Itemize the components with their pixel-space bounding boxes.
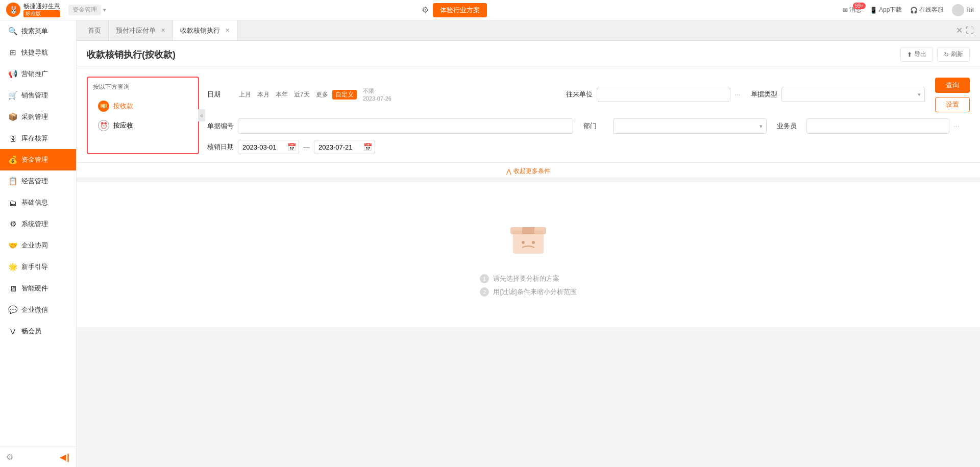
cart-icon: 🛒 xyxy=(8,91,17,100)
query-type-by-receivable[interactable]: ⏰ 按应收 xyxy=(93,116,193,135)
counterparty-input[interactable] xyxy=(597,87,730,102)
tab-receipt-verify-label: 收款核销执行 xyxy=(180,26,220,35)
sidebar-item-basic-info[interactable]: 🗂 基础信息 xyxy=(0,192,76,213)
sidebar-item-purchase[interactable]: 📦 采购管理 xyxy=(0,106,76,128)
salesperson-input[interactable] xyxy=(806,118,950,134)
sidebar-item-newbie[interactable]: 🌟 新手引导 xyxy=(0,256,76,278)
counterparty-label: 往来单位 xyxy=(566,90,593,99)
sidebar-item-enterprise[interactable]: 🤝 企业协同 xyxy=(0,235,76,256)
sidebar-item-system[interactable]: ⚙ 系统管理 xyxy=(0,213,76,235)
verify-date-cell: 核销日期 2023-03-01 📅 — 2023-07-21 📅 xyxy=(207,140,939,154)
export-btn[interactable]: ⬆ 导出 xyxy=(900,47,933,62)
date-this-year[interactable]: 本年 xyxy=(274,90,290,100)
system-icon: ⚙ xyxy=(8,219,17,229)
verify-date-start-input[interactable]: 2023-03-01 xyxy=(238,140,299,154)
refresh-btn[interactable]: ↻ 刷新 xyxy=(937,47,970,62)
collapse-more-row: ⋀ 收起更多条件 xyxy=(77,163,980,178)
salesperson-dots[interactable]: ··· xyxy=(953,122,960,130)
tab-receipt-verify[interactable]: 收款核销执行 ✕ xyxy=(173,20,237,40)
date-last-month[interactable]: 上月 xyxy=(237,90,253,100)
settings-bottom-icon[interactable]: ⚙ xyxy=(6,452,13,462)
content-area: 首页 预付冲应付单 ✕ 收款核销执行 ✕ ✕ ⛶ 收款核销执行(按收款) xyxy=(77,20,980,467)
sidebar-item-hardware[interactable]: 🖥 智能硬件 xyxy=(0,278,76,299)
sidebar-item-operation[interactable]: 📋 经营管理 xyxy=(0,170,76,192)
verify-date-label: 核销日期 xyxy=(207,142,234,152)
wechat-icon: 💬 xyxy=(8,305,17,314)
collapse-more-btn[interactable]: ⋀ 收起更多条件 xyxy=(506,167,550,176)
star-icon: 🌟 xyxy=(8,262,17,272)
message-icon: ✉ xyxy=(843,7,848,14)
folder-icon: 🗂 xyxy=(8,199,17,207)
sidebar-item-quick-nav[interactable]: ⊞ 快捷导航 xyxy=(0,42,76,63)
voucher-no-input[interactable] xyxy=(238,118,573,134)
tab-prepay-label: 预付冲应付单 xyxy=(116,26,156,35)
collapse-panel-arrow[interactable]: « xyxy=(198,109,205,121)
sidebar-item-sales[interactable]: 🛒 销售管理 xyxy=(0,85,76,106)
clipboard-icon: 📋 xyxy=(8,177,17,186)
verify-date-end-wrapper: 2023-07-21 📅 xyxy=(314,140,375,154)
date-more[interactable]: 更多 xyxy=(314,90,330,100)
date-this-month[interactable]: 本月 xyxy=(255,90,272,100)
app-name: 畅捷通好生意 xyxy=(23,3,60,10)
voucher-type-select-wrapper: ▾ xyxy=(781,87,925,102)
avatar xyxy=(952,4,964,16)
vip-icon: V xyxy=(8,327,17,336)
tab-fullscreen-icon[interactable]: ⛶ xyxy=(966,26,974,35)
voucher-no-cell: 单据编号 xyxy=(207,118,573,134)
salesperson-label: 业务员 xyxy=(777,121,802,131)
voucher-type-cell: 单据类型 ▾ xyxy=(751,87,925,102)
message-btn[interactable]: ✉ 消息 99+ xyxy=(843,6,862,14)
export-icon: ⬆ xyxy=(907,51,912,58)
verify-date-end-input[interactable]: 2023-07-21 xyxy=(314,140,375,154)
tip-num-1: 1 xyxy=(480,274,489,283)
date-separator: — xyxy=(303,143,310,151)
sidebar-collapse-btn[interactable]: ◀‖ xyxy=(60,452,70,462)
money-icon: 💰 xyxy=(8,155,17,164)
tab-prepay-close[interactable]: ✕ xyxy=(161,27,165,34)
home-tab-label: 首页 xyxy=(88,26,101,35)
tab-close-all-icon[interactable]: ✕ xyxy=(956,26,963,35)
counterparty-dots[interactable]: ··· xyxy=(734,90,741,99)
tab-home[interactable]: 首页 xyxy=(81,20,109,40)
sidebar-item-search[interactable]: 🔍 搜索菜单 xyxy=(0,20,76,42)
page-actions: ⬆ 导出 ↻ 刷新 xyxy=(900,47,970,62)
page-title-row: 收款核销执行(按收款) ⬆ 导出 ↻ 刷新 xyxy=(87,47,970,62)
filter-row-2: 单据编号 部门 ▾ 业务员 xyxy=(207,118,970,134)
grid-icon: ⊞ xyxy=(8,48,17,57)
empty-illustration xyxy=(503,213,554,264)
right-tools: ✉ 消息 99+ 📱 App下载 🎧 在线客服 Rit xyxy=(843,4,974,16)
svg-point-3 xyxy=(522,241,525,244)
online-service-btn[interactable]: 🎧 在线客服 xyxy=(910,6,944,14)
sidebar-bottom: ⚙ ◀‖ xyxy=(0,447,76,467)
query-type-panel: 按以下方查询 💴 按收款 ⏰ 按应收 « xyxy=(87,77,199,154)
query-type-by-receipt[interactable]: 💴 按收款 xyxy=(93,96,193,116)
query-btn[interactable]: 查询 xyxy=(935,78,970,93)
date-shortcuts: 上月 本月 本年 近7天 更多 自定义 xyxy=(237,90,357,100)
sidebar-item-member[interactable]: V 畅会员 xyxy=(0,321,76,342)
tab-bar-right: ✕ ⛶ xyxy=(956,26,976,35)
tab-prepay[interactable]: 预付冲应付单 ✕ xyxy=(109,20,173,40)
app-download-btn[interactable]: 📱 App下载 xyxy=(870,6,902,14)
industry-btn[interactable]: 体验行业方案 xyxy=(433,3,487,17)
receipt-icon: 💴 xyxy=(98,101,109,112)
user-area[interactable]: Rit xyxy=(952,4,974,16)
sidebar-item-wechat[interactable]: 💬 企业微信 xyxy=(0,299,76,321)
query-type-label: 按以下方查询 xyxy=(93,83,193,91)
tip-num-2: 2 xyxy=(480,287,489,297)
settings-btn[interactable]: 设置 xyxy=(935,97,970,112)
date-7days[interactable]: 近7天 xyxy=(292,90,312,100)
department-select-wrapper: ▾ xyxy=(613,118,767,134)
filter-actions: 查询 设置 xyxy=(935,77,970,112)
sidebar-item-marketing[interactable]: 📢 营销推广 xyxy=(0,63,76,85)
voucher-type-select[interactable] xyxy=(781,87,925,102)
gear-icon[interactable]: ⚙ xyxy=(422,5,429,15)
sidebar-item-capital[interactable]: 💰 资金管理 xyxy=(0,149,76,170)
department-select[interactable] xyxy=(613,118,767,134)
sidebar-item-inventory[interactable]: 🗄 库存核算 xyxy=(0,128,76,149)
tab-receipt-verify-close[interactable]: ✕ xyxy=(225,27,230,34)
page-header: 收款核销执行(按收款) ⬆ 导出 ↻ 刷新 xyxy=(77,41,980,68)
date-custom[interactable]: 自定义 xyxy=(332,90,357,100)
voucher-type-label: 单据类型 xyxy=(751,90,777,99)
empty-tip-1: 1 请先选择要分析的方案 xyxy=(480,274,576,283)
edition-badge: 标准版 xyxy=(23,10,60,17)
